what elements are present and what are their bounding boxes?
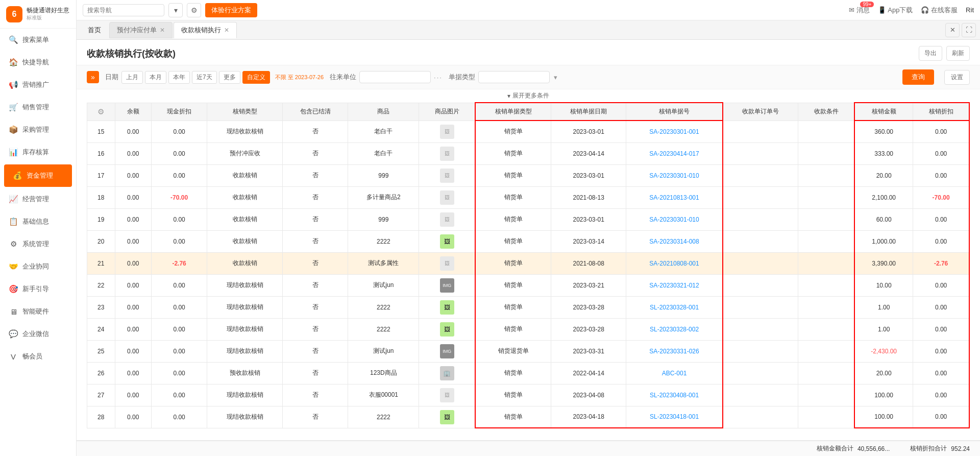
sidebar-item-基础信息[interactable]: 📋基础信息: [0, 210, 76, 233]
more-date-btn[interactable]: 更多: [219, 71, 240, 84]
doc-link-12[interactable]: SL-20230408-001: [650, 392, 699, 399]
online-service-btn[interactable]: 🎧 在线客服: [921, 6, 958, 15]
cell-4-6: 🖼: [419, 208, 475, 230]
export-btn[interactable]: 导出: [919, 46, 942, 61]
tab-2[interactable]: 收款核销执行✕: [174, 22, 237, 38]
col-header-0[interactable]: ⚙: [87, 103, 115, 121]
doc-link-10[interactable]: SA-20230331-026: [649, 348, 699, 355]
custom-date-btn[interactable]: 自定义: [242, 71, 270, 84]
sidebar-item-营销推广[interactable]: 📢营销推广: [0, 74, 76, 96]
col-header-9: 核销单据号: [626, 103, 723, 121]
cell-13-10: [723, 406, 798, 428]
username-display[interactable]: Rit: [966, 6, 974, 14]
filter-settings-btn[interactable]: 设置: [944, 70, 970, 85]
gear-icon[interactable]: ⚙: [187, 3, 201, 17]
query-btn[interactable]: 查询: [902, 69, 934, 85]
cell-11-0: 26: [87, 362, 115, 384]
cell-11-1: 0.00: [115, 362, 151, 384]
doc-link-13[interactable]: SL-20230418-001: [650, 413, 699, 420]
tab-close-1[interactable]: ✕: [160, 27, 165, 34]
cell-3-3: 收款核销: [207, 186, 283, 208]
last-month-btn[interactable]: 上月: [121, 71, 143, 84]
sidebar-label-6: 资金管理: [27, 171, 53, 180]
sidebar-label-1: 快捷导航: [22, 58, 49, 67]
voucher-type-input[interactable]: [478, 71, 550, 83]
last-7days-btn[interactable]: 近7天: [192, 71, 217, 84]
expand-conditions-btn[interactable]: ▾ 展开更多条件: [507, 91, 549, 100]
cell-3-4: 否: [282, 186, 348, 208]
sidebar-item-资金管理[interactable]: 💰资金管理: [4, 164, 72, 187]
counterpart-input[interactable]: [359, 71, 431, 83]
doc-link-9[interactable]: SL-20230328-002: [650, 326, 699, 333]
sidebar-item-企业协同[interactable]: 🤝企业协同: [0, 255, 76, 278]
sidebar-item-新手引导[interactable]: 🎯新手引导: [0, 278, 76, 300]
message-icon: ✉: [849, 6, 854, 14]
sidebar-icon-3: 🛒: [8, 102, 18, 112]
cell-13-3: 现结收款核销: [207, 406, 283, 428]
negative-val-3: -70.00: [933, 194, 950, 201]
maximize-icon[interactable]: ⛶: [962, 23, 976, 37]
doc-link-0[interactable]: SA-20230301-001: [649, 128, 699, 135]
chevron-down-icon[interactable]: ▾: [168, 3, 183, 17]
sidebar-item-系统管理[interactable]: ⚙系统管理: [0, 233, 76, 255]
cell-0-0: 15: [87, 121, 115, 142]
doc-link-6[interactable]: SA-20210808-001: [649, 260, 699, 267]
brand-line1: 畅捷通谱好生意: [27, 7, 69, 15]
cell-5-8: 2023-03-14: [551, 230, 626, 252]
close-window-icon[interactable]: ✕: [945, 23, 960, 37]
cell-2-12: 20.00: [854, 164, 913, 186]
sidebar-item-搜索菜单[interactable]: 🔍搜索菜单: [0, 29, 76, 51]
product-image-2: 🖼: [440, 169, 454, 183]
sidebar-item-企业微信[interactable]: 💬企业微信: [0, 323, 76, 345]
sidebar-item-经营管理[interactable]: 📈经营管理: [0, 188, 76, 210]
filter-expand-btn[interactable]: »: [87, 71, 99, 83]
cell-7-6: IMG: [419, 274, 475, 296]
page-title: 收款核销执行(按收款): [87, 47, 176, 60]
cell-1-0: 16: [87, 142, 115, 164]
cell-5-2: 0.00: [151, 230, 207, 252]
this-year-btn[interactable]: 本年: [168, 71, 190, 84]
cell-4-0: 19: [87, 208, 115, 230]
cell-1-7: 销货单: [475, 142, 551, 164]
tab-0[interactable]: 首页: [81, 22, 108, 38]
cell-12-9: SL-20230408-001: [626, 384, 723, 406]
industry-btn[interactable]: 体验行业方案: [205, 3, 257, 17]
doc-link-11[interactable]: ABC-001: [662, 370, 687, 377]
table-wrapper[interactable]: ⚙余额现金折扣核销类型包含已结清商品商品图片核销单据类型核销单据日期核销单据号收…: [77, 102, 980, 440]
doc-link-5[interactable]: SA-20230314-008: [649, 238, 699, 245]
cell-9-12: 1.00: [854, 318, 913, 340]
sidebar-item-采购管理[interactable]: 📦采购管理: [0, 118, 76, 141]
doc-link-8[interactable]: SL-20230328-001: [650, 304, 699, 311]
cell-0-10: [723, 121, 798, 142]
cell-12-13: 0.00: [913, 384, 969, 406]
search-input[interactable]: [83, 4, 164, 16]
sidebar-item-销售管理[interactable]: 🛒销售管理: [0, 96, 76, 118]
sidebar-item-智能硬件[interactable]: 🖥智能硬件: [0, 300, 76, 323]
doc-link-2[interactable]: SA-20230301-010: [649, 172, 699, 179]
tab-close-2[interactable]: ✕: [224, 27, 229, 34]
cell-3-12: 2,100.00: [854, 186, 913, 208]
col-header-12: 核销金额: [854, 103, 913, 121]
cell-4-9: SA-20230301-010: [626, 208, 723, 230]
cell-0-3: 现结收款核销: [207, 121, 283, 142]
doc-link-4[interactable]: SA-20230301-010: [649, 216, 699, 223]
cell-1-5: 老白干: [348, 142, 419, 164]
cell-9-6: 🖼: [419, 318, 475, 340]
col-header-6: 商品图片: [419, 103, 475, 121]
doc-link-1[interactable]: SA-20230414-017: [649, 150, 699, 157]
cell-7-3: 现结收款核销: [207, 274, 283, 296]
doc-link-3[interactable]: SA-20210813-001: [649, 194, 699, 201]
cell-7-7: 销货单: [475, 274, 551, 296]
sidebar-item-畅会员[interactable]: V畅会员: [0, 345, 76, 368]
cell-6-3: 收款核销: [207, 252, 283, 274]
cell-12-8: 2023-04-08: [551, 384, 626, 406]
cell-10-2: 0.00: [151, 340, 207, 362]
refresh-btn[interactable]: 刷新: [946, 46, 970, 61]
doc-link-7[interactable]: SA-20230321-012: [649, 282, 699, 289]
app-download-btn[interactable]: 📱 App下载: [878, 6, 913, 15]
messages-btn[interactable]: ✉ 消息 99+: [849, 6, 870, 15]
sidebar-item-库存核算[interactable]: 📊库存核算: [0, 141, 76, 163]
this-month-btn[interactable]: 本月: [145, 71, 166, 84]
tab-1[interactable]: 预付冲应付单✕: [109, 22, 173, 38]
sidebar-item-快捷导航[interactable]: 🏠快捷导航: [0, 51, 76, 74]
